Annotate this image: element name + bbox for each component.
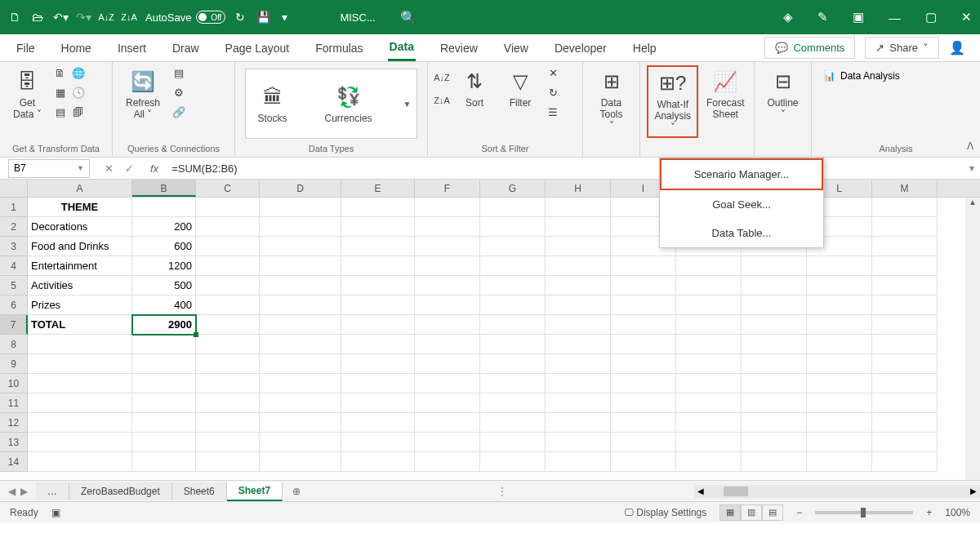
toggle-switch[interactable]: Off (196, 11, 225, 24)
col-header-a[interactable]: A (28, 180, 132, 197)
wand-icon[interactable]: ✎ (817, 10, 828, 24)
close-button[interactable]: ✕ (961, 10, 972, 24)
cancel-formula-icon[interactable]: ✕ (105, 162, 114, 175)
refresh-all-button[interactable]: 🔄Refresh All ˅ (119, 65, 167, 123)
row-header-12[interactable]: 12 (0, 413, 28, 433)
sync-icon[interactable]: ↻ (234, 11, 247, 24)
sheet-tab-sheet6[interactable]: Sheet6 (172, 482, 227, 500)
cell-b4[interactable]: 1200 (132, 256, 196, 276)
vertical-scrollbar[interactable]: ▲ (965, 198, 980, 480)
qat-dropdown-icon[interactable]: ▾ (278, 11, 291, 24)
user-icon[interactable]: 👤 (949, 40, 965, 56)
from-web-icon[interactable]: 🌐 (71, 65, 86, 80)
forecast-sheet-button[interactable]: 📈Forecast Sheet (703, 65, 747, 123)
zoom-slider[interactable] (815, 511, 913, 514)
select-all-corner[interactable] (0, 180, 28, 197)
row-header-10[interactable]: 10 (0, 374, 28, 393)
formula-input[interactable]: =SUM(B2:B6) (165, 162, 964, 175)
sort-desc-icon[interactable]: Z↓A (122, 11, 136, 24)
scroll-right-icon[interactable]: ▶ (967, 487, 980, 495)
recent-sources-icon[interactable]: 🕓 (71, 85, 86, 100)
cell-a6[interactable]: Prizes (28, 295, 132, 315)
row-header-1[interactable]: 1 (0, 198, 28, 217)
new-file-icon[interactable]: 🗋 (8, 11, 21, 24)
cell-a5[interactable]: Activities (28, 276, 132, 295)
datatypes-expand-icon[interactable]: ▼ (403, 100, 412, 109)
autosave-toggle[interactable]: AutoSave Off (145, 11, 225, 24)
tab-page-layout[interactable]: Page Layout (224, 36, 292, 60)
scroll-thumb[interactable] (724, 487, 748, 496)
data-table-item[interactable]: Data Table... (660, 219, 823, 247)
goal-seek-item[interactable]: Goal Seek... (660, 190, 823, 219)
display-settings-button[interactable]: 🖵 Display Settings (624, 507, 706, 518)
tab-file[interactable]: File (15, 36, 37, 60)
queries-icon[interactable]: ▤ (172, 65, 186, 80)
collapse-ribbon-icon[interactable]: ᐱ (967, 140, 973, 152)
properties-icon[interactable]: ⚙ (172, 85, 186, 100)
cell-a1[interactable]: THEME (28, 198, 132, 217)
edit-links-icon[interactable]: 🔗 (172, 104, 186, 119)
row-header-3[interactable]: 3 (0, 237, 28, 256)
cell-b3[interactable]: 600 (132, 237, 196, 256)
cell-a4[interactable]: Entertainment (28, 256, 132, 276)
sheet-tab-more[interactable]: … (36, 482, 69, 500)
data-tools-button[interactable]: ⊞Data Tools ˅ (590, 65, 633, 135)
tab-insert[interactable]: Insert (116, 36, 148, 60)
sheet-nav-next-icon[interactable]: ▶ (20, 486, 28, 497)
scenario-manager-item[interactable]: Scenario Manager... (660, 158, 823, 190)
row-header-14[interactable]: 14 (0, 452, 28, 472)
undo-icon[interactable]: ↶▾ (54, 11, 67, 24)
sort-button[interactable]: ⇅Sort (454, 65, 495, 112)
fill-handle[interactable] (194, 332, 198, 337)
col-header-m[interactable]: M (872, 180, 938, 197)
minimize-button[interactable]: — (889, 11, 901, 24)
cell-a3[interactable]: Food and Drinks (28, 237, 132, 256)
open-file-icon[interactable]: 🗁 (31, 11, 44, 24)
cell-a2[interactable]: Decorations (28, 217, 132, 237)
reapply-icon[interactable]: ↻ (546, 85, 560, 100)
advanced-icon[interactable]: ☰ (546, 104, 560, 119)
data-analysis-button[interactable]: 📊Data Analysis (818, 65, 905, 87)
col-header-e[interactable]: E (341, 180, 415, 197)
stocks-button[interactable]: 🏛Stocks (252, 81, 294, 127)
currencies-button[interactable]: 💱Currencies (318, 81, 379, 127)
tab-formulas[interactable]: Formulas (314, 36, 364, 60)
sheet-tab-zerobased[interactable]: ZeroBasedBudget (69, 482, 172, 500)
row-header-9[interactable]: 9 (0, 354, 28, 374)
from-text-icon[interactable]: 🗎 (53, 65, 68, 80)
scroll-left-icon[interactable]: ◀ (694, 487, 707, 495)
sheet-tab-sheet7[interactable]: Sheet7 (227, 482, 283, 501)
col-header-c[interactable]: C (196, 180, 260, 197)
cell-a7[interactable]: TOTAL (28, 315, 132, 335)
zoom-out-button[interactable]: − (796, 507, 802, 518)
zoom-thumb[interactable] (861, 508, 866, 518)
tab-review[interactable]: Review (439, 36, 479, 60)
from-table-icon[interactable]: ▦ (53, 85, 68, 100)
row-header-2[interactable]: 2 (0, 217, 28, 237)
sort-za-icon[interactable]: Z↓A (434, 93, 449, 108)
prop-icon[interactable]: 🗐 (71, 104, 86, 119)
row-header-6[interactable]: 6 (0, 295, 28, 315)
page-break-view-button[interactable]: ▤ (762, 504, 783, 521)
add-sheet-button[interactable]: ⊕ (283, 486, 310, 497)
row-header-5[interactable]: 5 (0, 276, 28, 295)
clear-filter-icon[interactable]: ✕ (546, 65, 560, 80)
get-data-button[interactable]: 🗄Get Data ˅ (7, 65, 48, 123)
share-button[interactable]: ↗Share˅ (865, 37, 939, 59)
comments-button[interactable]: 💬Comments (764, 37, 855, 59)
page-layout-view-button[interactable]: ▥ (741, 504, 762, 521)
diamond-icon[interactable]: ◈ (783, 10, 793, 24)
tab-data[interactable]: Data (388, 34, 416, 61)
scroll-up-icon[interactable]: ▲ (965, 198, 980, 211)
save-icon[interactable]: 💾 (256, 11, 270, 24)
col-header-g[interactable]: G (480, 180, 546, 197)
zoom-level[interactable]: 100% (945, 507, 970, 518)
cell-b7[interactable]: 2900 (132, 315, 196, 335)
cell-b5[interactable]: 500 (132, 276, 196, 295)
filter-button[interactable]: ▽Filter (500, 65, 541, 112)
tab-view[interactable]: View (502, 36, 530, 60)
col-header-d[interactable]: D (260, 180, 341, 197)
expand-formula-icon[interactable]: ▾ (964, 162, 980, 174)
redo-icon[interactable]: ↷▾ (77, 11, 90, 24)
row-header-7[interactable]: 7 (0, 315, 28, 335)
